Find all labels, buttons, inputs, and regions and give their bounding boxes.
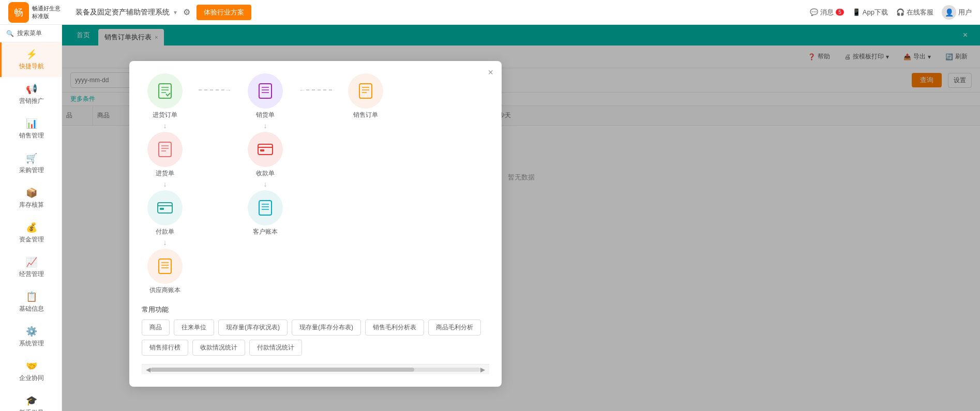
clipboard-icon: 📋 (26, 291, 37, 302)
sidebar-item-sales[interactable]: 📊 销售管理 (0, 112, 62, 146)
common-btn-payment-stats[interactable]: 付款情况统计 (249, 340, 302, 356)
sidebar-item-marketing[interactable]: 📢 营销推广 (0, 77, 62, 112)
trend-icon: 📈 (26, 256, 37, 268)
common-btn-sales-rank[interactable]: 销售排行榜 (142, 340, 188, 356)
sidebar-item-purchase[interactable]: 🛒 采购管理 (0, 146, 62, 181)
sidebar-item-newbie[interactable]: 🎓 新手引导 (0, 389, 62, 411)
box-icon: 📦 (26, 187, 37, 199)
common-functions-title: 常用功能 (142, 305, 489, 314)
down-arrow: ↓ (264, 180, 267, 188)
customer-ledger-label: 客户账本 (253, 227, 278, 236)
scroll-thumb[interactable] (150, 368, 414, 372)
logo-icon: 畅 (8, 2, 29, 23)
logo-text: 畅通好生意标准版 (32, 5, 61, 20)
sidebar-item-finance[interactable]: 💰 资金管理 (0, 216, 62, 250)
svg-rect-15 (259, 84, 272, 98)
megaphone-icon: 📢 (26, 83, 37, 95)
app-download-label: App下载 (863, 8, 888, 17)
chart-icon: 📊 (26, 118, 37, 129)
phone-icon: 📱 (852, 8, 861, 16)
common-btn-contacts[interactable]: 往来单位 (174, 319, 214, 336)
cart-icon: 🛒 (26, 153, 37, 164)
common-btn-product-profit[interactable]: 商品毛利分析 (428, 319, 481, 336)
app-download-item[interactable]: 📱 App下载 (852, 8, 888, 17)
top-bar-right: 💬 消息 5 📱 App下载 🎧 在线客服 👤 用户 (810, 5, 972, 20)
svg-rect-8 (158, 203, 172, 213)
svg-rect-26 (359, 84, 372, 98)
payment-circle[interactable] (147, 190, 183, 225)
sidebar-item-management[interactable]: 📈 经营管理 (0, 250, 62, 285)
common-btn-stock-dist[interactable]: 现存量(库存分布表) (292, 319, 361, 336)
common-btn-profit-analysis[interactable]: 销售毛利分析表 (365, 319, 424, 336)
popup-dialog: × 进货订单 ↓ 进货单 ↓ (129, 61, 502, 387)
sidebar-item-label: 系统管理 (19, 339, 44, 348)
top-bar: 畅 畅通好生意标准版 装备及固定资产辅助管理系统 ▾ ⚙ 体验行业方案 💬 消息… (0, 0, 980, 25)
common-btn-receipt-stats[interactable]: 收款情况统计 (192, 340, 245, 356)
common-buttons-row2: 销售排行榜 收款情况统计 付款情况统计 (142, 340, 489, 356)
main-area: 🔍 搜索菜单 ⚡ 快捷导航 📢 营销推广 📊 销售管理 🛒 采购管理 📦 (0, 25, 980, 411)
receipt-circle[interactable] (248, 132, 283, 167)
online-service-label: 在线客服 (907, 8, 933, 17)
sidebar-item-label: 经营管理 (19, 270, 44, 279)
sidebar-item-cooperation[interactable]: 🤝 企业协同 (0, 354, 62, 389)
sidebar-item-inventory[interactable]: 📦 库存核算 (0, 181, 62, 216)
popup-overlay[interactable]: × 进货订单 ↓ 进货单 ↓ (62, 25, 980, 411)
supplier-ledger-label: 供应商账本 (149, 286, 180, 295)
user-name: 用户 (958, 8, 972, 17)
sidebar-item-label: 新手引导 (19, 408, 44, 411)
sidebar-item-label: 库存核算 (19, 201, 44, 209)
sidebar-item-label: 基础信息 (19, 305, 44, 313)
down-arrow: ↓ (163, 180, 167, 188)
scroll-left-icon[interactable]: ◀ (146, 366, 150, 373)
message-label: 消息 (820, 8, 834, 17)
sidebar: 🔍 搜索菜单 ⚡ 快捷导航 📢 营销推广 📊 销售管理 🛒 采购管理 📦 (0, 25, 62, 411)
sales-circle[interactable] (248, 73, 283, 109)
common-functions-section: 常用功能 商品 往来单位 现存量(库存状况表) 现存量(库存分布表) 销售毛利分… (142, 305, 489, 356)
headset-icon: 🎧 (896, 8, 904, 16)
purchase-order-circle[interactable] (147, 73, 183, 109)
customer-ledger-circle[interactable] (248, 190, 283, 225)
receipt-label: 收款单 (256, 169, 275, 178)
content-area: 首页 销售订单执行表 × × ❓ 帮助 🖨 按模板打印 ▾ (62, 25, 980, 411)
svg-rect-19 (258, 144, 273, 155)
purchase-order-label: 进货订单 (153, 111, 177, 119)
sales-label: 销货单 (256, 111, 275, 119)
logo-area: 畅 畅通好生意标准版 (8, 2, 70, 23)
sidebar-item-label: 资金管理 (19, 235, 44, 244)
flow-diagram: 进货订单 ↓ 进货单 ↓ 付款单 ↓ 供应商账本 (142, 73, 489, 295)
sidebar-item-label: 采购管理 (19, 166, 44, 175)
sidebar-item-label: 企业协同 (19, 374, 44, 383)
user-item[interactable]: 👤 用户 (942, 5, 972, 20)
sidebar-item-label: 快捷导航 (19, 62, 44, 71)
online-service-item[interactable]: 🎧 在线客服 (896, 8, 933, 17)
common-btn-product[interactable]: 商品 (142, 319, 170, 336)
purchase-label: 进货单 (156, 169, 174, 178)
message-item[interactable]: 💬 消息 5 (810, 8, 844, 17)
purchase-circle[interactable] (147, 132, 183, 167)
money-icon: 💰 (26, 222, 37, 233)
sidebar-item-label: 营销推广 (19, 97, 44, 105)
scroll-bar: ◀ ▶ (142, 364, 489, 374)
svg-rect-4 (159, 142, 171, 157)
gear-icon: ⚙️ (26, 326, 37, 337)
gear-icon[interactable]: ⚙ (183, 7, 190, 17)
search-menu[interactable]: 🔍 搜索菜单 (0, 25, 62, 42)
scroll-right-icon[interactable]: ▶ (480, 366, 485, 373)
search-menu-label: 搜索菜单 (17, 29, 42, 38)
sidebar-item-system[interactable]: ⚙️ 系统管理 (0, 319, 62, 354)
trial-button[interactable]: 体验行业方案 (197, 5, 251, 20)
scroll-track[interactable] (150, 368, 480, 372)
sidebar-item-quicknav[interactable]: ⚡ 快捷导航 (0, 42, 62, 77)
sidebar-item-base[interactable]: 📋 基础信息 (0, 285, 62, 319)
popup-close-icon[interactable]: × (488, 67, 493, 78)
sales-order-circle[interactable] (348, 73, 383, 109)
down-arrow: ↓ (163, 121, 167, 130)
search-icon: 🔍 (6, 30, 14, 37)
svg-rect-11 (159, 259, 171, 273)
handshake-icon: 🤝 (26, 360, 37, 372)
common-buttons-row1: 商品 往来单位 现存量(库存状况表) 现存量(库存分布表) 销售毛利分析表 商品… (142, 319, 489, 336)
system-dropdown-icon[interactable]: ▾ (174, 9, 177, 16)
common-btn-stock-status[interactable]: 现存量(库存状况表) (218, 319, 288, 336)
down-arrow: ↓ (163, 238, 167, 247)
supplier-ledger-circle[interactable] (147, 249, 183, 284)
